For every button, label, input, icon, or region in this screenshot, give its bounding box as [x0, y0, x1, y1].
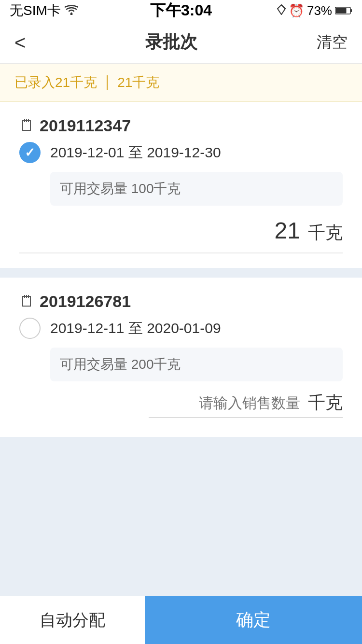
batch-divider-1: [19, 252, 343, 253]
carrier-text: 无SIM卡: [10, 1, 61, 20]
svg-rect-3: [336, 8, 347, 13]
input-underline: [149, 417, 343, 418]
location-icon: [277, 3, 286, 18]
back-button[interactable]: <: [14, 33, 26, 52]
radio-1[interactable]: [19, 142, 41, 163]
batch-date-row-2[interactable]: 2019-12-11 至 2020-01-09: [19, 318, 343, 339]
batch-id-row-1: 🗒 2019112347: [19, 116, 343, 135]
info-banner: 已录入21千克 21千克: [0, 64, 362, 102]
qty-input-row: 千克: [19, 381, 343, 422]
confirm-button[interactable]: 确定: [145, 596, 362, 644]
section-gap: [0, 268, 362, 278]
radio-2[interactable]: [19, 318, 41, 339]
status-bar: 无SIM卡 下午3:04 ⏰ 73%: [0, 0, 362, 21]
batch-date-row-1[interactable]: 2019-12-01 至 2019-12-30: [19, 142, 343, 163]
batch-card-2: 🗒 2019126781 2019-12-11 至 2020-01-09 可用交…: [0, 278, 362, 437]
amount-value-1: 21: [275, 217, 300, 244]
amount-unit-1: 千克: [308, 221, 343, 245]
qty-input-2[interactable]: [117, 395, 300, 411]
input-container: 千克: [19, 381, 343, 422]
svg-point-0: [70, 13, 72, 15]
batch-amount-row-1: 21 千克: [19, 217, 343, 252]
battery-icon: [335, 3, 352, 18]
auto-distribute-button[interactable]: 自动分配: [0, 596, 145, 644]
alarm-icon: ⏰: [289, 3, 304, 18]
nav-bar: < 录批次 清空: [0, 21, 362, 64]
page-title: 录批次: [145, 30, 197, 54]
batch-id-1: 2019112347: [40, 116, 131, 135]
bottom-buttons: 自动分配 确定: [0, 596, 362, 644]
batch-avail-1: 可用交易量 100千克: [50, 172, 343, 206]
batch-id-2: 2019126781: [40, 292, 131, 311]
batch-avail-2: 可用交易量 200千克: [50, 348, 343, 381]
batch-id-row-2: 🗒 2019126781: [19, 292, 343, 311]
recorded-amount: 已录入21千克: [14, 73, 97, 92]
unit-label-2: 千克: [308, 391, 343, 415]
svg-rect-2: [350, 9, 352, 12]
batch-date-2: 2019-12-11 至 2020-01-09: [50, 319, 221, 338]
status-carrier: 无SIM卡: [10, 1, 78, 20]
auto-distribute-label: 自动分配: [40, 609, 105, 631]
batch-doc-icon-1: 🗒: [19, 117, 35, 135]
batch-doc-icon-2: 🗒: [19, 293, 35, 310]
batch-card-1: 🗒 2019112347 2019-12-01 至 2019-12-30 可用交…: [0, 102, 362, 268]
confirm-label: 确定: [236, 608, 271, 632]
clear-button[interactable]: 清空: [317, 32, 348, 53]
batch-date-1: 2019-12-01 至 2019-12-30: [50, 143, 221, 163]
info-divider: [107, 75, 108, 90]
status-time: 下午3:04: [150, 0, 212, 21]
wifi-icon: [65, 3, 78, 18]
battery-text: 73%: [307, 3, 332, 18]
total-amount: 21千克: [117, 73, 159, 92]
status-right: ⏰ 73%: [277, 3, 352, 18]
